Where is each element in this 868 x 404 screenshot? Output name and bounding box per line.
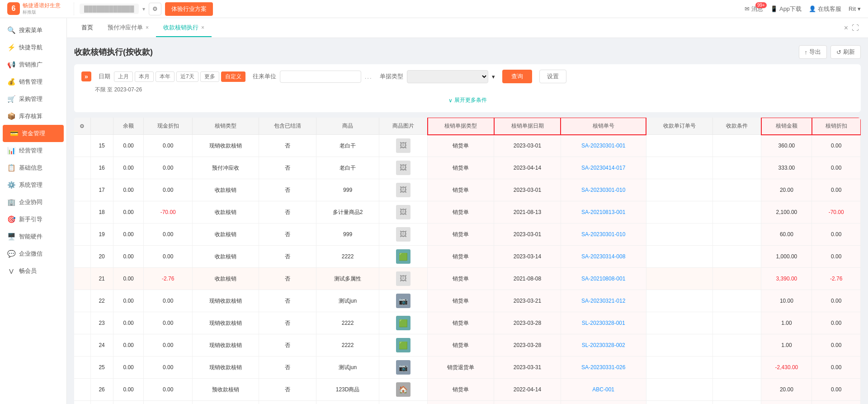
- cell-collect-condition: [712, 401, 761, 404]
- cell-verify-bill-no[interactable]: SA-20230301-010: [561, 179, 646, 201]
- sidebar-item-hardware[interactable]: 🖥️ 智能硬件: [0, 228, 66, 245]
- notification-btn[interactable]: ✉ 消息 99+: [745, 5, 763, 13]
- cell-verify-bill-no[interactable]: SA-20230301-001: [561, 135, 646, 157]
- date-btn-this-year[interactable]: 本年: [156, 71, 175, 82]
- refresh-btn[interactable]: ↺ 刷新: [830, 45, 861, 59]
- cell-verify-bill-no[interactable]: SA-20230301-010: [561, 223, 646, 246]
- tab-expand-btn[interactable]: ⛶: [850, 22, 861, 34]
- sidebar-item-wechat[interactable]: 💬 企业微信: [0, 245, 66, 262]
- sidebar-label-system: 系统管理: [19, 181, 42, 189]
- cell-settings: [74, 290, 90, 312]
- cell-verify-bill-no[interactable]: SA-20210813-001: [561, 201, 646, 223]
- cell-verify-bill-no[interactable]: SA-20230314-008: [561, 246, 646, 268]
- cell-collect-order-no: [646, 246, 712, 268]
- counterparty-input[interactable]: [280, 71, 361, 83]
- cell-verify-bill-date: 2023-03-28: [494, 334, 561, 356]
- cell-include-settled: 否: [259, 201, 316, 223]
- chevron-down-icon: ∨: [448, 97, 453, 104]
- cell-verify-bill-no[interactable]: SA-20210808-001: [561, 268, 646, 290]
- cell-verify-amount: 100.00: [761, 401, 812, 404]
- tab-collection[interactable]: 收款核销执行 ×: [156, 19, 212, 37]
- sidebar-item-purchase[interactable]: 🛒 采购管理: [0, 90, 66, 108]
- sidebar-item-capital[interactable]: 💳 资金管理: [3, 125, 64, 142]
- cell-goods: 测试jun: [316, 356, 379, 379]
- cell-verify-bill-no[interactable]: SL-20230328-001: [561, 312, 646, 334]
- query-btn[interactable]: 查询: [502, 70, 532, 83]
- industry-btn[interactable]: 体验行业方案: [165, 2, 213, 16]
- table-row: 170.000.00收款核销否999🖼销货单2023-03-01SA-20230…: [74, 179, 861, 201]
- user-name[interactable]: Rit ▾: [849, 5, 861, 12]
- bill-no-link[interactable]: SA-20230321-012: [581, 298, 625, 304]
- date-btn-custom[interactable]: 自定义: [221, 71, 245, 82]
- bill-no-link[interactable]: SA-20230301-010: [581, 231, 625, 238]
- date-btn-more[interactable]: 更多: [200, 71, 219, 82]
- cell-verify-bill-no[interactable]: ABC-001: [561, 379, 646, 401]
- logo: 6 畅捷通谱好生意 标推版: [7, 2, 74, 15]
- bill-no-link[interactable]: SA-20230301-010: [581, 187, 625, 193]
- tab-prepay-close-icon[interactable]: ×: [146, 24, 149, 31]
- cell-cash-discount: 0.00: [144, 246, 192, 268]
- settings-button[interactable]: ⚙: [149, 3, 161, 15]
- cell-verify-bill-no[interactable]: SL-20230408-001: [561, 401, 646, 404]
- cell-verify-amount: 2,100.00: [761, 201, 812, 223]
- sidebar-label-wechat: 企业微信: [19, 250, 42, 258]
- bill-no-link[interactable]: ABC-001: [592, 386, 614, 393]
- sidebar-item-marketing[interactable]: 📢 营销推广: [0, 56, 66, 73]
- setting-btn[interactable]: 设置: [539, 70, 566, 83]
- cell-include-settled: 否: [259, 157, 316, 179]
- sidebar-item-search[interactable]: 🔍 搜索菜单: [0, 22, 66, 39]
- cell-verify-type: 收款核销: [192, 201, 259, 223]
- bill-no-link[interactable]: SA-20230414-017: [581, 165, 625, 171]
- online-service-btn[interactable]: 👤 在线客服: [809, 5, 841, 13]
- tab-home[interactable]: 首页: [74, 19, 100, 37]
- filter-expand-btn[interactable]: »: [81, 71, 91, 81]
- cell-verify-bill-date: 2021-08-08: [494, 268, 561, 290]
- sidebar-item-quick-nav[interactable]: ⚡ 快捷导航: [0, 39, 66, 56]
- th-settings[interactable]: ⚙: [74, 118, 90, 135]
- date-btn-7days[interactable]: 近7天: [176, 71, 198, 82]
- sidebar-item-basic[interactable]: 📋 基础信息: [0, 159, 66, 176]
- bill-no-link[interactable]: SA-20230314-008: [581, 253, 625, 260]
- bill-no-link[interactable]: SA-20210813-001: [581, 209, 625, 215]
- cell-verify-bill-date: 2021-08-13: [494, 201, 561, 223]
- date-btn-last-month[interactable]: 上月: [114, 71, 133, 82]
- bill-no-link[interactable]: SA-20230301-001: [581, 143, 625, 149]
- cell-verify-bill-no[interactable]: SL-20230328-002: [561, 334, 646, 356]
- cell-verify-bill-date: 2023-03-01: [494, 223, 561, 246]
- bill-type-filter-group: 单据类型 ▾: [380, 70, 495, 83]
- sidebar-item-member[interactable]: V 畅会员: [0, 262, 66, 280]
- app-download-btn[interactable]: 📱 App下载: [770, 5, 802, 13]
- cell-verify-bill-date: 2023-03-31: [494, 356, 561, 379]
- cell-verify-bill-no[interactable]: SA-20230321-012: [561, 290, 646, 312]
- sidebar-item-operation[interactable]: 📊 经营管理: [0, 142, 66, 159]
- bill-no-link[interactable]: SA-20230331-026: [581, 364, 625, 371]
- date-btn-this-month[interactable]: 本月: [135, 71, 154, 82]
- tab-prepay[interactable]: 预付冲应付单 ×: [100, 19, 156, 37]
- cell-verify-type: 预收款核销: [192, 379, 259, 401]
- export-btn[interactable]: ↑ 导出: [799, 45, 827, 59]
- bill-no-link[interactable]: SA-20210808-001: [581, 276, 625, 282]
- expand-more-btn[interactable]: ∨ 展开更多条件: [81, 94, 854, 107]
- sidebar-item-newbie[interactable]: 🎯 新手引导: [0, 211, 66, 228]
- cell-verify-type: 收款核销: [192, 179, 259, 201]
- bill-no-link[interactable]: SL-20230328-002: [582, 342, 625, 348]
- bill-type-select[interactable]: [407, 70, 488, 83]
- bill-no-link[interactable]: SL-20230328-001: [582, 320, 625, 326]
- tab-collection-close-icon[interactable]: ×: [201, 24, 204, 31]
- sidebar-item-inventory[interactable]: 📦 库存核算: [0, 108, 66, 125]
- sidebar-item-sales[interactable]: 💰 销售管理: [0, 73, 66, 90]
- table-row: 210.00-2.76收款核销否测试多属性🖼销货单2021-08-08SA-20…: [74, 268, 861, 290]
- cell-include-settled: 否: [259, 268, 316, 290]
- sidebar-item-system[interactable]: ⚙️ 系统管理: [0, 176, 66, 194]
- sidebar-item-corp[interactable]: 🏢 企业协同: [0, 194, 66, 211]
- dropdown-arrow-icon[interactable]: ▾: [142, 6, 145, 12]
- cell-verify-discount: -70.00: [812, 201, 861, 223]
- operation-icon: 📊: [7, 147, 15, 155]
- th-verify-discount: 核销折扣: [812, 118, 861, 135]
- cell-goods: 老白干: [316, 157, 379, 179]
- cell-verify-bill-no[interactable]: SA-20230331-026: [561, 356, 646, 379]
- tab-close-all-btn[interactable]: ×: [842, 22, 850, 34]
- table-row: 150.000.00现销收款核销否老白干🖼销货单2023-03-01SA-202…: [74, 135, 861, 157]
- goods-image: 📷: [396, 294, 410, 308]
- cell-verify-bill-no[interactable]: SA-20230414-017: [561, 157, 646, 179]
